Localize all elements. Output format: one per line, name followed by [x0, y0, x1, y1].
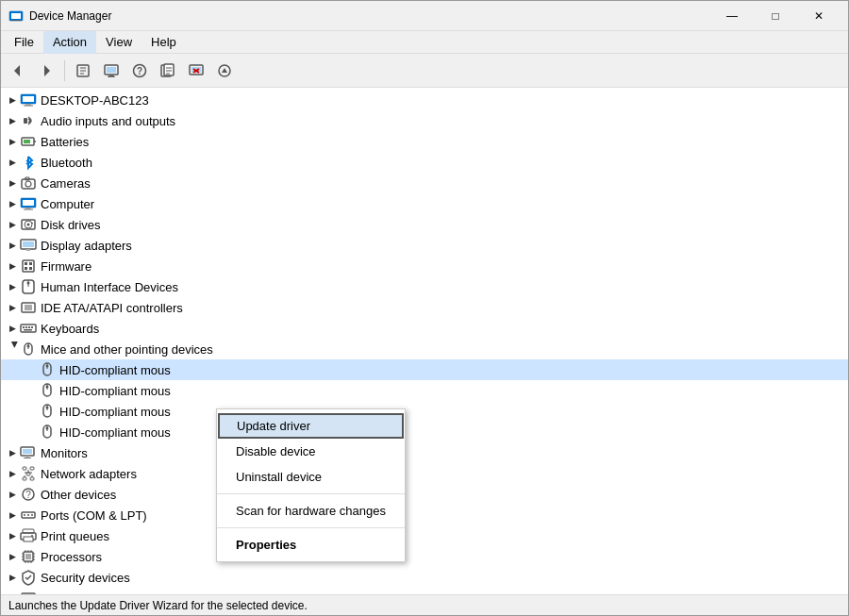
tree-item-other[interactable]: ▶ ? Other devices	[1, 484, 848, 505]
print-toggle[interactable]: ▶	[5, 528, 20, 543]
menu-help[interactable]: Help	[142, 31, 186, 54]
processors-toggle[interactable]: ▶	[5, 549, 20, 564]
tree-item-mice[interactable]: ▶ Mice and other pointing devices	[1, 339, 848, 359]
svg-point-100	[31, 514, 33, 516]
other-toggle[interactable]: ▶	[5, 487, 20, 502]
network-icon	[20, 465, 37, 482]
tree-item-monitors[interactable]: ▶ Monitors	[1, 442, 848, 463]
ide-label: IDE ATA/ATAPI controllers	[41, 301, 183, 315]
ctx-separator-2	[217, 527, 405, 528]
software-components-toggle[interactable]: ▶	[5, 591, 20, 594]
tree-root[interactable]: ▶ DESKTOP-ABC123	[1, 90, 848, 110]
ports-icon	[20, 507, 37, 524]
mice-label: Mice and other pointing devices	[41, 342, 213, 357]
root-toggle[interactable]: ▶	[5, 92, 20, 108]
tree-item-security[interactable]: ▶ Security devices	[1, 567, 848, 588]
device-tree[interactable]: ▶ DESKTOP-ABC123 ▶	[1, 88, 848, 594]
svg-rect-84	[25, 456, 29, 458]
menu-view[interactable]: View	[96, 31, 142, 54]
batteries-toggle[interactable]: ▶	[5, 134, 20, 149]
audio-icon	[20, 112, 37, 129]
svg-rect-34	[34, 141, 36, 142]
help-button[interactable]: ?	[126, 58, 153, 84]
maximize-button[interactable]: □	[754, 1, 797, 31]
back-button[interactable]	[5, 58, 31, 84]
update-button[interactable]	[98, 58, 125, 84]
ctx-disable-device[interactable]: Disable device	[217, 439, 405, 464]
close-button[interactable]: ✕	[797, 1, 841, 31]
svg-marker-26	[222, 68, 227, 73]
computer-label: Computer	[41, 197, 94, 211]
tree-item-computer[interactable]: ▶ Computer	[1, 193, 848, 214]
menu-file[interactable]: File	[5, 31, 43, 54]
cameras-toggle[interactable]: ▶	[5, 175, 20, 191]
tree-item-hid4[interactable]: ▶ HID-compliant mous	[1, 422, 848, 442]
tree-item-batteries[interactable]: ▶ Batteries	[1, 131, 848, 152]
hid4-label: HID-compliant mous	[59, 425, 171, 440]
audio-toggle[interactable]: ▶	[5, 113, 20, 128]
mice-toggle[interactable]: ▶	[5, 341, 20, 357]
menu-action[interactable]: Action	[43, 31, 96, 54]
svg-point-36	[25, 181, 31, 187]
bluetooth-toggle[interactable]: ▶	[5, 155, 20, 170]
svg-rect-65	[31, 326, 33, 328]
show-properties-button[interactable]	[70, 58, 96, 84]
forward-button[interactable]	[33, 58, 59, 84]
tree-item-keyboards[interactable]: ▶ Keyboards	[1, 318, 848, 339]
tree-item-print[interactable]: ▶ Print queues	[1, 525, 848, 546]
svg-point-78	[46, 407, 49, 409]
tree-item-hid[interactable]: ▶ Human Interface Devices	[1, 276, 848, 297]
menubar: File Action View Help	[1, 31, 848, 54]
tree-item-hid2[interactable]: ▶ HID-compliant mous	[1, 380, 848, 401]
tree-item-ports[interactable]: ▶ Ports (COM & LPT)	[1, 505, 848, 525]
batteries-label: Batteries	[41, 135, 89, 149]
ports-toggle[interactable]: ▶	[5, 508, 20, 523]
ctx-properties[interactable]: Properties	[217, 532, 405, 558]
svg-rect-49	[23, 260, 34, 272]
properties2-button[interactable]	[155, 58, 181, 84]
tree-item-network[interactable]: ▶ Network adapters	[1, 463, 848, 484]
computer-toggle[interactable]: ▶	[5, 196, 20, 211]
tree-item-processors[interactable]: ▶	[1, 546, 848, 567]
svg-rect-119	[22, 593, 35, 594]
tree-item-audio[interactable]: ▶ Audio inputs and outputs	[1, 110, 848, 131]
disk-toggle[interactable]: ▶	[5, 217, 20, 232]
mice-icon	[20, 341, 37, 358]
tree-item-display[interactable]: ▶ Display adapters	[1, 235, 848, 256]
monitors-label: Monitors	[41, 446, 88, 460]
minimize-button[interactable]: —	[710, 1, 754, 31]
firmware-label: Firmware	[41, 259, 92, 274]
tree-item-cameras[interactable]: ▶ Cameras	[1, 173, 848, 193]
display-toggle[interactable]: ▶	[5, 238, 20, 253]
tree-item-disk[interactable]: ▶ Disk drives	[1, 214, 848, 235]
tree-item-software-components[interactable]: ▶ Software components	[1, 588, 848, 594]
tree-item-ide[interactable]: ▶ IDE ATA/ATAPI controllers	[1, 297, 848, 318]
network-toggle[interactable]: ▶	[5, 466, 20, 481]
keyboards-icon	[20, 320, 37, 337]
svg-rect-89	[23, 477, 26, 480]
tree-item-bluetooth[interactable]: ▶ Bluetooth	[1, 152, 848, 173]
ide-toggle[interactable]: ▶	[5, 300, 20, 315]
svg-rect-41	[24, 209, 33, 210]
firmware-toggle[interactable]: ▶	[5, 258, 20, 274]
security-toggle[interactable]: ▶	[5, 570, 20, 585]
tree-item-hid1[interactable]: ▶ HID-compliant mous	[1, 359, 848, 380]
monitors-toggle[interactable]: ▶	[5, 445, 20, 460]
ctx-scan-changes[interactable]: Scan for hardware changes	[217, 498, 405, 524]
cameras-label: Cameras	[41, 176, 91, 191]
titlebar: Device Manager — □ ✕	[1, 1, 848, 31]
tree-item-hid3[interactable]: ▶ HID-compliant mous	[1, 401, 848, 422]
svg-rect-61	[21, 325, 36, 332]
uninstall-button[interactable]	[183, 58, 209, 84]
hid-toggle[interactable]: ▶	[5, 279, 20, 294]
svg-rect-31	[24, 118, 27, 124]
tree-item-firmware[interactable]: ▶ Firmware	[1, 256, 848, 276]
ctx-update-driver[interactable]: Update driver	[218, 413, 404, 439]
svg-rect-50	[25, 262, 27, 265]
ctx-uninstall-device[interactable]: Uninstall device	[217, 464, 405, 490]
svg-rect-106	[25, 554, 31, 559]
scan-button[interactable]	[211, 58, 238, 84]
root-label: DESKTOP-ABC123	[41, 93, 149, 108]
keyboards-toggle[interactable]: ▶	[5, 321, 20, 336]
svg-point-99	[27, 514, 29, 516]
